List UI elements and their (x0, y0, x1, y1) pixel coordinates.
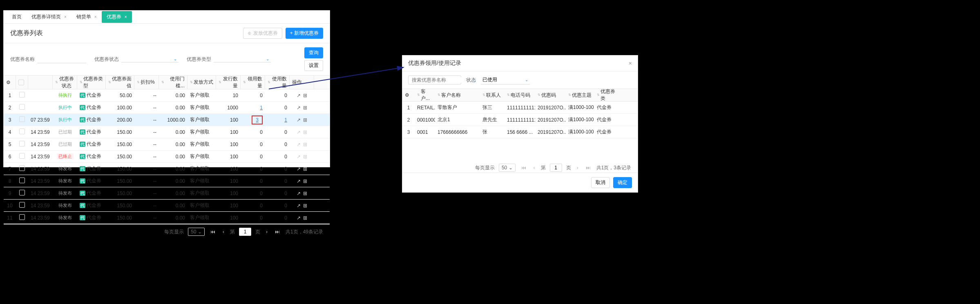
receive-count-link[interactable]: 1 (260, 105, 263, 111)
col-contact[interactable]: ⇅联系人 (480, 92, 505, 99)
close-icon[interactable]: × (629, 60, 632, 67)
row-checkbox[interactable] (19, 214, 25, 220)
col-type[interactable]: ⇅优惠券类型 (77, 75, 106, 89)
type-badge-icon: 代 (80, 154, 85, 159)
prev-page-icon[interactable]: ‹ (221, 229, 226, 235)
row-checkbox[interactable] (19, 104, 25, 110)
status-badge: 已过期 (57, 129, 74, 135)
cancel-button[interactable]: 取消 (591, 177, 610, 188)
page-input[interactable] (239, 228, 251, 236)
modal-table-row[interactable]: 3 0001 17666666666 张 156 6666 ... 201912… (402, 126, 638, 138)
share-icon[interactable]: ↗ (297, 117, 301, 123)
row-issue: 100 (216, 142, 241, 147)
gear-icon[interactable]: ⚙ (4, 75, 16, 89)
row-time: 14 23:59 (28, 166, 53, 172)
close-icon[interactable]: × (94, 15, 97, 19)
table-row[interactable]: 10 14 23:59 待发布 代代金券 150.00 -- 0.00 客户领取… (4, 200, 330, 212)
first-page-icon[interactable]: ⏮ (520, 165, 528, 171)
modal-table-row[interactable]: 2 00010001 北京1 唐先生 11111111111 20191207O… (402, 114, 638, 126)
close-icon[interactable]: × (64, 15, 67, 19)
filter-name-input[interactable] (37, 55, 86, 63)
first-page-icon[interactable]: ⏮ (209, 229, 217, 235)
table-row[interactable]: 6 14 23:59 已终止 代代金券 150.00 -- 0.00 客户领取 … (4, 151, 330, 163)
row-method: 客户领取 (188, 141, 216, 148)
modal-table-row[interactable]: 1 RETAIL... 零散客户 张三 11111111111 20191207… (402, 102, 638, 114)
table-row[interactable]: 1 待执行 代代金券 50.00 -- 0.00 客户领取 10 0 0 ↗ ⊞ (4, 89, 330, 102)
gear-icon[interactable]: ⚙ (402, 92, 415, 98)
query-button[interactable]: 查询 (304, 47, 323, 58)
last-page-icon[interactable]: ⏭ (584, 165, 592, 171)
row-time: 14 23:59 (28, 142, 53, 147)
qrcode-icon[interactable]: ⊞ (303, 93, 307, 98)
row-checkbox[interactable] (19, 116, 25, 122)
filter-type-select[interactable]: ⌄ (214, 56, 271, 62)
settings-button[interactable]: 设置 (304, 60, 323, 71)
row-checkbox[interactable] (19, 129, 25, 134)
col-status[interactable]: ⇅优惠券状态 (53, 75, 77, 89)
prev-page-icon[interactable]: ‹ (532, 165, 537, 171)
table-row[interactable]: 8 14 23:59 待发布 代代金券 150.00 -- 0.00 客户领取 … (4, 175, 330, 187)
col-issue[interactable]: ⇅发行数量 (216, 75, 241, 89)
table-row[interactable]: 7 14 23:59 待发布 代代金券 150.00 -- 0.00 客户领取 … (4, 163, 330, 175)
issue-coupon-button[interactable]: ⊕ 发放优惠券 (243, 28, 282, 39)
tab-detail[interactable]: 优惠券详情页× (27, 11, 71, 23)
row-checkbox[interactable] (19, 202, 25, 208)
share-icon: ↗ (297, 203, 301, 209)
col-cust-name[interactable]: ⇅客户名称 (435, 92, 480, 99)
status-badge: 待发布 (57, 166, 74, 171)
row-checkbox[interactable] (19, 190, 25, 195)
col-discount[interactable]: ⇅折扣% (134, 75, 159, 89)
col-type[interactable]: ⇅优惠券类 (594, 88, 619, 102)
row-checkbox[interactable] (19, 153, 25, 159)
modal-per-page-select[interactable]: 50 ⌄ (499, 164, 516, 172)
col-subject[interactable]: ⇅优惠主题 (566, 92, 594, 99)
status-badge: 执行中 (57, 104, 74, 110)
select-all-checkbox[interactable] (18, 80, 24, 85)
qrcode-icon[interactable]: ⊞ (303, 117, 307, 123)
row-checkbox[interactable] (19, 92, 25, 98)
col-code[interactable]: ⇅优惠码 (535, 92, 566, 99)
receive-count-link[interactable]: 3 (252, 115, 263, 124)
row-subject: 满1000-100 (566, 116, 594, 123)
last-page-icon[interactable]: ⏭ (273, 229, 281, 235)
tab-coupon[interactable]: 优惠券× (102, 11, 132, 23)
next-page-icon[interactable]: › (264, 229, 269, 235)
row-cust-no: RETAIL... (415, 105, 435, 111)
table-row[interactable]: 3 07 23:59 执行中 代代金券 200.00 -- 1000.00 客户… (4, 114, 330, 126)
modal-page-input[interactable] (550, 164, 562, 172)
share-icon: ↗ (297, 129, 301, 135)
table-row[interactable]: 9 14 23:59 待发布 代代金券 150.00 -- 0.00 客户领取 … (4, 187, 330, 200)
col-use[interactable]: ⇅使用数量 (265, 75, 290, 89)
row-threshold: 0.00 (159, 154, 188, 160)
share-icon[interactable]: ↗ (297, 93, 301, 98)
next-page-icon[interactable]: › (575, 165, 580, 171)
qrcode-icon[interactable]: ⊞ (303, 105, 307, 111)
use-count-link[interactable]: 1 (284, 117, 287, 123)
share-icon[interactable]: ↗ (297, 105, 301, 111)
col-receive[interactable]: ⇅领用数量 (241, 75, 265, 89)
row-code: 20191207O... (535, 117, 566, 123)
row-cust-name: 17666666666 (435, 129, 480, 135)
col-method[interactable]: ⇅发放方式 (188, 75, 216, 89)
row-checkbox[interactable] (19, 165, 25, 171)
modal-status-select[interactable]: 已使用⌄ (481, 75, 530, 84)
col-cust-no[interactable]: ⇅客户... (415, 88, 435, 102)
add-coupon-button[interactable]: + 新增优惠券 (286, 28, 323, 39)
col-threshold[interactable]: ⇅使用门槛... (159, 75, 188, 89)
search-box[interactable]: ⌕ (408, 75, 461, 84)
per-page-select[interactable]: 50 ⌄ (188, 228, 205, 236)
table-row[interactable]: 11 14 23:59 待发布 代代金券 150.00 -- 0.00 客户领取… (4, 212, 330, 224)
search-input[interactable] (412, 77, 473, 83)
confirm-button[interactable]: 确定 (613, 177, 632, 188)
close-icon[interactable]: × (125, 15, 127, 19)
tab-sale[interactable]: 销货单× (71, 11, 102, 23)
filter-status-select[interactable]: ⌄ (121, 56, 179, 62)
table-row[interactable]: 5 14 23:59 已过期 代代金券 150.00 -- 0.00 客户领取 … (4, 138, 330, 151)
table-row[interactable]: 4 14 23:59 已过期 代代金券 150.00 -- 0.00 客户领取 … (4, 126, 330, 138)
tab-home[interactable]: 首页 (7, 11, 27, 23)
row-checkbox[interactable] (19, 178, 25, 183)
row-checkbox[interactable] (19, 141, 25, 146)
col-face[interactable]: ⇅优惠券面值 (106, 75, 134, 89)
table-row[interactable]: 2 执行中 代代金券 100.00 -- 0.00 客户领取 1000 1 0 … (4, 102, 330, 114)
col-phone[interactable]: ⇅电话号码 (505, 92, 535, 99)
